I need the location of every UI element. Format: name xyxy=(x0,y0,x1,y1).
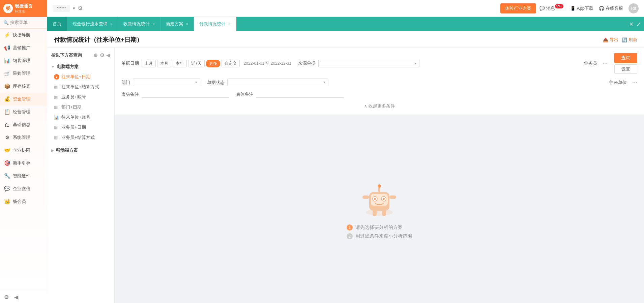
trial-btn[interactable]: 体验行业方案 xyxy=(500,3,536,13)
source-doc-select[interactable]: ▾ xyxy=(318,60,419,67)
scheme-item-salesman-settle[interactable]: ▦ 业务员+结算方式 xyxy=(47,132,114,143)
tab-new-plan[interactable]: 新建方案 × xyxy=(160,17,194,31)
tab-home[interactable]: 首页 xyxy=(47,17,67,31)
settings-bottom-icon[interactable]: ⚙ xyxy=(4,294,9,300)
data-area: 1 请先选择要分析的方案 2 用过滤条件来缩小分析范围 xyxy=(115,115,644,303)
sidebar-item-system[interactable]: ⚙ 系统管理 xyxy=(0,131,47,144)
body-note-input[interactable] xyxy=(256,91,344,98)
setting-btn[interactable]: 设置 xyxy=(614,64,637,74)
sidebar-item-purchase[interactable]: 🛒 采购管理 xyxy=(0,67,47,80)
salesman-dots[interactable]: ··· xyxy=(603,60,608,67)
user-avatar[interactable]: Rit xyxy=(628,3,639,13)
header-note-input[interactable] xyxy=(142,91,229,98)
scheme-item-label: 往来单位+结算方式 xyxy=(61,84,99,90)
counterpart-dots[interactable]: ··· xyxy=(632,79,637,86)
tab-bank-flow-close-icon[interactable]: × xyxy=(110,22,112,26)
scheme-panel-icons: ⊕ ⚙ ◀ xyxy=(93,52,110,58)
doc-date-filter: 单据日期 上月 本月 本年 近7天 更多 自定义 2022-01-01 至 20… xyxy=(121,60,291,67)
source-doc-label: 来源单据 xyxy=(298,60,316,66)
logo-text-block: 畅捷通货 标准版 xyxy=(15,3,32,14)
query-btn[interactable]: 查询 xyxy=(614,53,637,63)
tab-payment-stats-close-icon[interactable]: × xyxy=(228,22,230,26)
scheme-item-label: 往来单位+日期 xyxy=(61,74,90,80)
scheme-panel-header: 按以下方案查询 ⊕ ⚙ ◀ xyxy=(47,51,114,60)
last-month-btn[interactable]: 上月 xyxy=(142,60,156,67)
tab-receipt-stats[interactable]: 收款情况统计 × xyxy=(118,17,160,31)
search-menu-btn[interactable]: 🔍 搜索菜单 xyxy=(3,20,43,26)
tabs-close-icon[interactable]: ✕ xyxy=(629,21,634,27)
refresh-icon: 🔄 xyxy=(622,37,627,42)
desktop-section-title[interactable]: ▼ 电脑端方案 xyxy=(47,62,114,72)
filter-panel: 单据日期 上月 本月 本年 近7天 更多 自定义 2022-01-01 至 20… xyxy=(115,48,644,115)
doc-status-filter: 单据状态 ▾ xyxy=(207,79,603,86)
app-download-item[interactable]: 📱 App下载 xyxy=(570,5,593,11)
sidebar-search-area[interactable]: 🔍 搜索菜单 xyxy=(0,17,47,29)
sidebar-item-wechat[interactable]: 💬 企业微信 xyxy=(0,182,47,195)
sidebar-item-sales[interactable]: 📊 销售管理 xyxy=(0,54,47,67)
sidebar-item-guide[interactable]: 🎯 新手引导 xyxy=(0,157,47,170)
current-year-btn[interactable]: 本年 xyxy=(173,60,187,67)
desktop-arrow-icon: ▼ xyxy=(51,65,55,69)
last-7-days-btn[interactable]: 近7天 xyxy=(188,60,205,67)
dept-select[interactable]: ▾ xyxy=(133,79,200,86)
tip-num-2: 2 xyxy=(347,233,353,239)
doc-status-select[interactable]: ▾ xyxy=(227,79,328,86)
tab-new-plan-label: 新建方案 xyxy=(166,21,183,27)
scheme-item-counterpart-date[interactable]: ● 往来单位+日期 xyxy=(47,72,114,82)
sidebar-item-label: 销售管理 xyxy=(13,58,30,64)
sidebar-item-basic-info[interactable]: 🗂 基础信息 xyxy=(0,118,47,131)
tab-bank-flow[interactable]: 现金银行流水查询 × xyxy=(67,17,118,31)
counterpart-filter: 往来单位 ··· xyxy=(609,79,637,86)
custom-btn[interactable]: 自定义 xyxy=(222,60,240,67)
scheme-item-salesman-date[interactable]: ▦ 业务员+日期 xyxy=(47,122,114,132)
sidebar-item-funds[interactable]: 💰 资金管理 xyxy=(0,93,47,105)
sidebar-item-enterprise[interactable]: 🤝 企业协同 xyxy=(0,144,47,157)
scheme-add-icon[interactable]: ⊕ xyxy=(93,52,98,58)
dropdown-arrow-icon[interactable]: ▾ xyxy=(73,6,75,11)
topbar-gear-icon[interactable]: ⚙ xyxy=(78,5,83,11)
collapse-sidebar-icon[interactable]: ◀ xyxy=(14,294,18,300)
sidebar-item-operations[interactable]: 📋 经营管理 xyxy=(0,105,47,118)
collapse-icon: ∧ xyxy=(364,104,367,109)
sidebar-item-inventory[interactable]: 📦 库存核算 xyxy=(0,80,47,93)
date-buttons: 上月 本月 本年 近7天 更多 自定义 xyxy=(142,60,240,67)
dept-arrow-icon: ▾ xyxy=(195,80,197,85)
avatar-text: Rit xyxy=(631,6,636,11)
mobile-section-title[interactable]: ▶ 移动端方案 xyxy=(47,145,114,155)
sidebar-item-hardware[interactable]: 🔧 智能硬件 xyxy=(0,170,47,182)
messages-item[interactable]: 💬 消息 99+ xyxy=(539,5,565,11)
wechat-icon: 💬 xyxy=(4,186,10,192)
refresh-btn[interactable]: 🔄 刷新 xyxy=(622,37,637,43)
current-month-btn[interactable]: 本月 xyxy=(157,60,171,67)
more-btn[interactable]: 更多 xyxy=(206,60,220,67)
empty-illustration xyxy=(359,179,400,219)
filter-row-1: 单据日期 上月 本月 本年 近7天 更多 自定义 2022-01-01 至 20… xyxy=(121,53,637,74)
empty-state: 1 请先选择要分析的方案 2 用过滤条件来缩小分析范围 xyxy=(347,179,412,239)
messages-label: 消息 xyxy=(546,5,555,11)
scheme-settings-icon[interactable]: ⚙ xyxy=(100,52,104,58)
scheme-item-counterpart-settle[interactable]: ▦ 往来单位+结算方式 xyxy=(47,82,114,92)
scheme-header-label: 按以下方案查询 xyxy=(51,52,82,58)
body-note-label: 表体备注 xyxy=(236,91,254,97)
filter-row-3: 表头备注 表体备注 xyxy=(121,91,637,98)
sidebar-item-quick-nav[interactable]: ⚡ 快捷导航 xyxy=(0,29,47,41)
sidebar-item-label: 快捷导航 xyxy=(13,32,30,38)
export-btn[interactable]: 📤 导出 xyxy=(603,37,618,43)
salesman-label: 业务员 xyxy=(584,60,597,66)
sidebar-item-label: 经营管理 xyxy=(13,109,30,115)
sidebar-item-member[interactable]: 👑 畅会员 xyxy=(0,195,47,208)
tab-new-plan-close-icon[interactable]: × xyxy=(186,22,188,26)
dept-filter: 部门 ▾ xyxy=(121,79,200,86)
tabs-expand-icon[interactable]: ⤢ xyxy=(636,21,641,27)
scheme-item-counterpart-account[interactable]: 📊 往来单位+账号 xyxy=(47,112,114,122)
sidebar-item-marketing[interactable]: 📢 营销推广 xyxy=(0,41,47,54)
scheme-item-salesman-account[interactable]: ▦ 业务员+账号 xyxy=(47,92,114,102)
online-service-item[interactable]: 🎧 在线客服 xyxy=(599,5,623,11)
sidebar-nav: ⚡ 快捷导航 📢 营销推广 📊 销售管理 🛒 采购管理 📦 库存核算 💰 资金管… xyxy=(0,29,47,291)
scheme-item-dept-date[interactable]: ▦ 部门+日期 xyxy=(47,102,114,112)
collapse-bar[interactable]: ∧ 收起更多条件 xyxy=(121,102,637,109)
scheme-collapse-icon[interactable]: ◀ xyxy=(106,52,110,58)
tab-payment-stats[interactable]: 付款情况统计 × xyxy=(194,17,236,31)
scheme-table-icon4: ▦ xyxy=(54,125,59,130)
tab-receipt-stats-close-icon[interactable]: × xyxy=(152,22,154,26)
